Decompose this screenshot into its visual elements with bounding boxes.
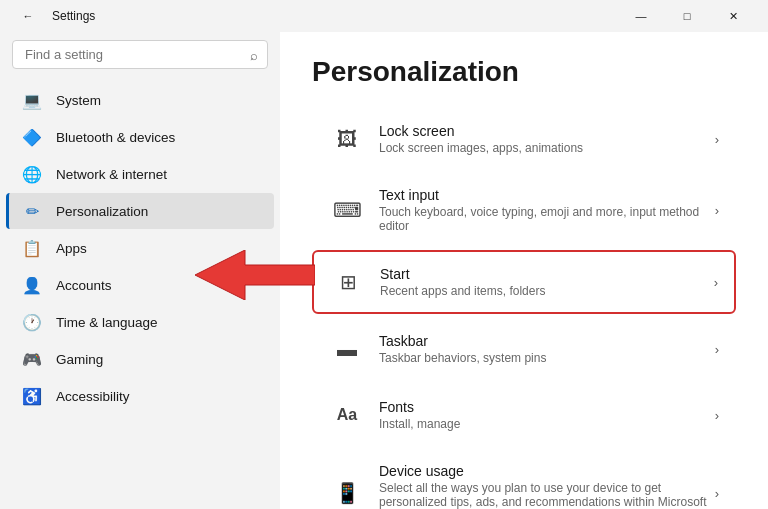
search-container: ⌕ — [12, 40, 268, 69]
taskbar-desc: Taskbar behaviors, system pins — [379, 351, 707, 365]
sidebar-label-personalization: Personalization — [56, 204, 148, 219]
settings-item-text-input[interactable]: ⌨Text inputTouch keyboard, voice typing,… — [312, 174, 736, 246]
sidebar-item-gaming[interactable]: 🎮Gaming — [6, 341, 274, 377]
sidebar-label-system: System — [56, 93, 101, 108]
accounts-icon: 👤 — [22, 275, 42, 295]
device-usage-desc: Select all the ways you plan to use your… — [379, 481, 707, 509]
gaming-icon: 🎮 — [22, 349, 42, 369]
personalization-icon: ✏ — [22, 201, 42, 221]
lock-screen-title: Lock screen — [379, 123, 707, 139]
lock-screen-desc: Lock screen images, apps, animations — [379, 141, 707, 155]
device-usage-text: Device usageSelect all the ways you plan… — [379, 463, 707, 509]
sidebar-item-bluetooth[interactable]: 🔷Bluetooth & devices — [6, 119, 274, 155]
text-input-desc: Touch keyboard, voice typing, emoji and … — [379, 205, 707, 233]
fonts-icon: Aa — [329, 397, 365, 433]
taskbar-title: Taskbar — [379, 333, 707, 349]
accessibility-icon: ♿ — [22, 386, 42, 406]
sidebar-item-system[interactable]: 💻System — [6, 82, 274, 118]
lock-screen-icon: 🖼 — [329, 121, 365, 157]
text-input-text: Text inputTouch keyboard, voice typing, … — [379, 187, 707, 233]
sidebar-item-accounts[interactable]: 👤Accounts — [6, 267, 274, 303]
fonts-text: FontsInstall, manage — [379, 399, 707, 431]
content-area: Personalization 🖼Lock screenLock screen … — [280, 32, 768, 509]
sidebar-label-bluetooth: Bluetooth & devices — [56, 130, 175, 145]
device-usage-icon: 📱 — [329, 475, 365, 509]
bluetooth-icon: 🔷 — [22, 127, 42, 147]
device-usage-title: Device usage — [379, 463, 707, 479]
sidebar-nav: 💻System🔷Bluetooth & devices🌐Network & in… — [0, 81, 280, 415]
fonts-chevron-icon: › — [715, 408, 719, 423]
taskbar-text: TaskbarTaskbar behaviors, system pins — [379, 333, 707, 365]
titlebar-controls: — □ ✕ — [618, 0, 756, 32]
apps-icon: 📋 — [22, 238, 42, 258]
sidebar-label-gaming: Gaming — [56, 352, 103, 367]
maximize-button[interactable]: □ — [664, 0, 710, 32]
lock-screen-text: Lock screenLock screen images, apps, ani… — [379, 123, 707, 155]
back-button[interactable]: ← — [12, 0, 44, 32]
text-input-icon: ⌨ — [329, 192, 365, 228]
device-usage-chevron-icon: › — [715, 486, 719, 501]
settings-list: 🖼Lock screenLock screen images, apps, an… — [312, 108, 736, 509]
sidebar-item-network[interactable]: 🌐Network & internet — [6, 156, 274, 192]
close-button[interactable]: ✕ — [710, 0, 756, 32]
start-desc: Recent apps and items, folders — [380, 284, 706, 298]
text-input-title: Text input — [379, 187, 707, 203]
main-layout: ⌕ 💻System🔷Bluetooth & devices🌐Network & … — [0, 32, 768, 509]
sidebar-item-apps[interactable]: 📋Apps — [6, 230, 274, 266]
titlebar: ← Settings — □ ✕ — [0, 0, 768, 32]
sidebar-label-time: Time & language — [56, 315, 158, 330]
search-icon: ⌕ — [250, 47, 258, 62]
sidebar-label-apps: Apps — [56, 241, 87, 256]
start-chevron-icon: › — [714, 275, 718, 290]
page-title: Personalization — [312, 56, 736, 88]
titlebar-title: Settings — [52, 9, 95, 23]
sidebar-label-accessibility: Accessibility — [56, 389, 130, 404]
titlebar-left: ← Settings — [12, 0, 95, 32]
settings-item-start[interactable]: ⊞StartRecent apps and items, folders› — [312, 250, 736, 314]
settings-item-fonts[interactable]: AaFontsInstall, manage› — [312, 384, 736, 446]
sidebar: ⌕ 💻System🔷Bluetooth & devices🌐Network & … — [0, 32, 280, 509]
search-input[interactable] — [12, 40, 268, 69]
taskbar-icon: ▬ — [329, 331, 365, 367]
lock-screen-chevron-icon: › — [715, 132, 719, 147]
settings-item-lock-screen[interactable]: 🖼Lock screenLock screen images, apps, an… — [312, 108, 736, 170]
sidebar-label-network: Network & internet — [56, 167, 167, 182]
sidebar-item-accessibility[interactable]: ♿Accessibility — [6, 378, 274, 414]
minimize-button[interactable]: — — [618, 0, 664, 32]
sidebar-item-personalization[interactable]: ✏Personalization — [6, 193, 274, 229]
settings-item-taskbar[interactable]: ▬TaskbarTaskbar behaviors, system pins› — [312, 318, 736, 380]
text-input-chevron-icon: › — [715, 203, 719, 218]
start-text: StartRecent apps and items, folders — [380, 266, 706, 298]
start-icon: ⊞ — [330, 264, 366, 300]
fonts-title: Fonts — [379, 399, 707, 415]
start-title: Start — [380, 266, 706, 282]
network-icon: 🌐 — [22, 164, 42, 184]
back-icon: ← — [23, 10, 34, 22]
sidebar-item-time[interactable]: 🕐Time & language — [6, 304, 274, 340]
sidebar-label-accounts: Accounts — [56, 278, 112, 293]
taskbar-chevron-icon: › — [715, 342, 719, 357]
system-icon: 💻 — [22, 90, 42, 110]
fonts-desc: Install, manage — [379, 417, 707, 431]
settings-item-device-usage[interactable]: 📱Device usageSelect all the ways you pla… — [312, 450, 736, 509]
time-icon: 🕐 — [22, 312, 42, 332]
